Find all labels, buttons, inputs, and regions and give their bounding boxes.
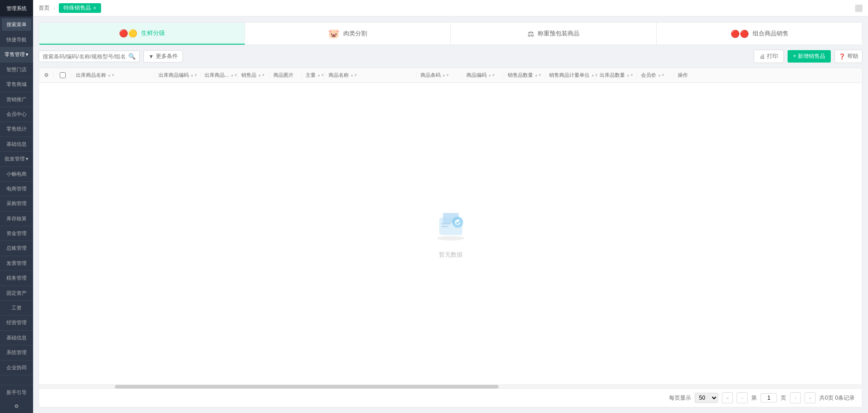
chevron-down-icon-wholesale: ▾	[26, 155, 28, 162]
sidebar-item-ecom-mgmt[interactable]: 电商管理	[0, 182, 33, 196]
sidebar-search-button[interactable]: 搜索菜单	[2, 18, 31, 31]
svg-rect-6	[442, 226, 448, 227]
th-op: 操作	[674, 72, 702, 79]
sort-arrows[interactable]: ▲▼	[108, 74, 115, 77]
th-out-qty: 出库品数量 ▲▼	[596, 72, 637, 79]
sidebar-item-mini-ecom[interactable]: 小畅电商	[0, 167, 33, 182]
meat-icon: 🐷	[328, 28, 340, 39]
help-button[interactable]: ❓ 帮助	[834, 50, 862, 63]
empty-text: 暂无数据	[439, 251, 463, 259]
th-sale-unit: 销售商品计量单位 ▲▼	[545, 72, 596, 79]
tab-fresh[interactable]: 🔴🟡 生鲜分级	[39, 23, 245, 45]
sidebar-item-inventory[interactable]: 库存核算	[0, 212, 33, 226]
sidebar-item-fixed-assets[interactable]: 固定资产	[0, 286, 33, 301]
th-out-code: 出库商品编码 ▲▼	[155, 72, 201, 79]
fresh-icon: 🔴🟡	[119, 29, 137, 38]
sidebar-logo: 管理系统	[0, 0, 33, 17]
active-tab-tag[interactable]: 特殊销售品 ✕	[59, 3, 101, 13]
sidebar-item-retail-mall[interactable]: 零售商城	[0, 77, 33, 92]
topbar: 首页 › 特殊销售品 ✕	[33, 0, 868, 17]
sort-arrows-code[interactable]: ▲▼	[190, 74, 198, 77]
empty-svg-icon	[430, 208, 471, 243]
sidebar-item-basic-info-retail[interactable]: 基础信息	[0, 137, 33, 152]
th-sale-qty: 销售品数量 ▲▼	[504, 72, 545, 79]
next-page-btn[interactable]: ›	[790, 392, 801, 403]
sidebar-item-base-info[interactable]: 基础信息	[0, 331, 33, 345]
sort-arrows-barcode[interactable]: ▲▼	[442, 74, 449, 77]
sort-arrows-main[interactable]: ▲▼	[317, 74, 324, 77]
first-page-btn[interactable]: «	[722, 392, 733, 403]
tab-weighed-label: 称重预包装商品	[538, 29, 579, 38]
topbar-right	[855, 5, 862, 12]
page-input[interactable]	[760, 393, 777, 402]
svg-rect-5	[442, 223, 451, 224]
sidebar-item-retail-stats[interactable]: 零售统计	[0, 122, 33, 137]
sidebar-item-ops-mgmt[interactable]: 经营管理	[0, 315, 33, 330]
sidebar-item-members[interactable]: 会员中心	[0, 107, 33, 122]
sidebar-item-retail-mgmt[interactable]: 零售管理 ▾	[0, 47, 33, 62]
breadcrumb-separator: ›	[53, 5, 55, 11]
print-button[interactable]: 🖨 打印	[754, 50, 784, 63]
tab-combo[interactable]: 🔴🔴 组合商品销售	[657, 23, 862, 45]
sort-arrows-sale[interactable]: ▲▼	[258, 74, 265, 77]
sidebar-item-tax-mgmt[interactable]: 税务管理	[0, 271, 33, 286]
sort-arrows-outqty[interactable]: ▲▼	[626, 74, 634, 77]
search-input[interactable]	[43, 53, 126, 60]
sidebar-item-general-ledger[interactable]: 总账管理	[0, 241, 33, 256]
th-sale-item: 销售品 ▲▼	[238, 72, 270, 79]
horizontal-scrollbar[interactable]	[39, 384, 862, 388]
column-setting-icon[interactable]: ⚙	[44, 72, 49, 78]
sidebar-item-invoice-mgmt[interactable]: 发票管理	[0, 256, 33, 271]
per-page-label: 每页显示	[669, 394, 691, 402]
th-checkbox[interactable]	[54, 72, 72, 78]
sidebar-item-finance-mgmt[interactable]: 资金管理	[0, 226, 33, 241]
sidebar-item-enterprise[interactable]: 企业协同	[0, 361, 33, 375]
select-all-checkbox[interactable]	[60, 72, 66, 78]
th-goods-code: 商品编码 ▲▼	[463, 72, 504, 79]
th-main: 主量 ▲▼	[302, 72, 325, 79]
page-label: 第	[751, 394, 757, 402]
th-member-price: 会员价 ▲▼	[637, 72, 674, 79]
sort-arrows-price[interactable]: ▲▼	[658, 74, 665, 77]
tab-meat[interactable]: 🐷 肉类分割	[245, 23, 451, 45]
sort-arrows-spec[interactable]: ▲▼	[230, 74, 238, 77]
sidebar-item-wholesale-mgmt[interactable]: 批发管理 ▾	[0, 152, 33, 166]
th-setting[interactable]: ⚙	[39, 72, 54, 78]
th-goods-name: 商品名称 ▲▼	[325, 72, 417, 79]
per-page-select[interactable]: 50 10 20 100	[695, 393, 718, 403]
toolbar-right: 🖨 打印 + 新增销售品 ❓ 帮助	[754, 50, 862, 63]
total-text: 共0页 0条记录	[819, 394, 855, 402]
sort-arrows-gcode[interactable]: ▲▼	[488, 74, 495, 77]
sidebar-bottom: 新手引导 ⚙	[0, 385, 33, 413]
home-link[interactable]: 首页	[39, 4, 50, 12]
empty-illustration	[430, 208, 471, 245]
sort-arrows-qty[interactable]: ▲▼	[534, 74, 542, 77]
pagination: 每页显示 50 10 20 100 « ‹ 第 页 › » 共0页 0条记录	[39, 388, 862, 407]
add-button[interactable]: + 新增销售品	[788, 50, 831, 63]
sidebar-item-settings[interactable]: ⚙	[0, 400, 33, 413]
sidebar: 管理系统 搜索菜单 快捷导航 零售管理 ▾ 智慧门店 零售商城 营销推广 会员中…	[0, 0, 33, 413]
sidebar-item-system-mgmt[interactable]: 系统管理	[0, 345, 33, 360]
search-box[interactable]: 🔍	[39, 51, 140, 62]
page-content: 🔴🟡 生鲜分级 🐷 肉类分割 ⚖ 称重预包装商品 🔴🔴 组合商品销售 🔍	[33, 17, 868, 413]
sort-arrows-gname[interactable]: ▲▼	[350, 74, 357, 77]
sidebar-item-smart-store[interactable]: 智慧门店	[0, 63, 33, 77]
sidebar-item-quick-nav[interactable]: 快捷导航	[0, 33, 33, 47]
filter-button[interactable]: ▼ 更多条件	[143, 50, 183, 63]
category-tabs: 🔴🟡 生鲜分级 🐷 肉类分割 ⚖ 称重预包装商品 🔴🔴 组合商品销售	[39, 22, 862, 45]
th-barcode: 商品条码 ▲▼	[417, 72, 463, 79]
sidebar-item-purchase-mgmt[interactable]: 采购管理	[0, 196, 33, 211]
sidebar-item-payroll[interactable]: 工资	[0, 301, 33, 315]
prev-page-btn[interactable]: ‹	[737, 392, 748, 403]
filter-icon: ▼	[148, 53, 154, 60]
toolbar: 🔍 ▼ 更多条件 🖨 打印 + 新增销售品 ❓ 帮助	[39, 50, 862, 63]
close-tab-icon[interactable]: ✕	[93, 6, 96, 11]
sidebar-item-promo[interactable]: 营销推广	[0, 92, 33, 107]
tab-weighed[interactable]: ⚖ 称重预包装商品	[451, 23, 657, 45]
last-page-btn[interactable]: »	[805, 392, 816, 403]
tab-combo-label: 组合商品销售	[753, 29, 789, 38]
toggle-icon[interactable]	[855, 5, 862, 12]
scrollbar-thumb[interactable]	[115, 385, 499, 389]
sidebar-item-newbie[interactable]: 新手引导	[0, 385, 33, 400]
chevron-down-icon: ▾	[26, 51, 28, 58]
